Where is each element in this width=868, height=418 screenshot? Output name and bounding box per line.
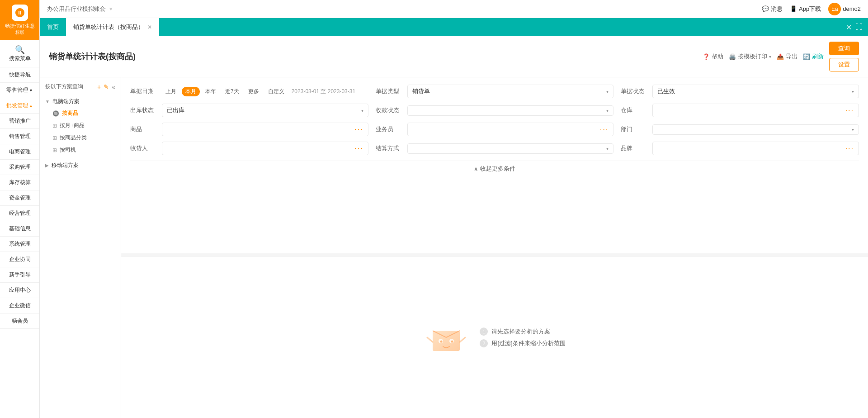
recv-status-control[interactable]: ▾ — [407, 105, 614, 116]
collapse-more-btn[interactable]: ∧ 收起更多条件 — [474, 165, 515, 173]
sidebar-operations[interactable]: 经营管理 — [0, 206, 39, 221]
print-btn[interactable]: 🖨️ 按模板打印 ▾ — [729, 52, 771, 61]
receiver-control[interactable]: ··· — [162, 142, 368, 155]
app-center-label: 应用中心 — [9, 286, 31, 294]
staff-label: 业务员 — [376, 125, 407, 133]
sidebar-inventory[interactable]: 库存核算 — [0, 175, 39, 190]
edit-scheme-btn[interactable]: ✎ — [104, 83, 109, 90]
inventory-label: 库存核算 — [9, 179, 31, 186]
filter-item-by-driver[interactable]: ⊞ 按司机 — [40, 144, 121, 156]
sidebar-search[interactable]: 🔍 搜索菜单 — [0, 40, 39, 67]
goods-control[interactable]: ··· — [162, 123, 368, 136]
doc-status-select[interactable]: 已生效 ▾ — [652, 85, 859, 98]
brand-control[interactable]: ··· — [652, 142, 859, 155]
svg-line-5 — [427, 337, 433, 342]
export-btn[interactable]: 📤 导出 — [777, 52, 797, 61]
sidebar-app-center[interactable]: 应用中心 — [0, 283, 39, 298]
sidebar-system[interactable]: 系统管理 — [0, 237, 39, 252]
settings-button[interactable]: 设置 — [829, 58, 859, 71]
recv-status-select[interactable]: ▾ — [407, 105, 614, 116]
filter-item-by-goods[interactable]: 🔘 按商品 — [40, 107, 121, 119]
sidebar-onboarding[interactable]: 新手引导 — [0, 267, 39, 283]
message-btn[interactable]: 💬 消息 — [762, 5, 783, 13]
warehouse-label: 仓库 — [621, 106, 652, 114]
tab-sales-stat[interactable]: 销货单统计计表（按商品） ✕ — [66, 18, 159, 36]
sidebar-purchase[interactable]: 采购管理 — [0, 160, 39, 175]
pc-group-arrow: ▼ — [45, 99, 50, 104]
add-scheme-btn[interactable]: + — [97, 83, 101, 90]
settle-control[interactable]: ▾ — [407, 143, 614, 154]
tab-expand-icon[interactable]: ⛶ — [855, 23, 863, 31]
tab-close-all-icon[interactable]: ✕ — [846, 23, 852, 32]
date-tab-this-year[interactable]: 本年 — [202, 87, 220, 96]
settle-select[interactable]: ▾ — [407, 143, 614, 154]
top-bar: 办公用品行业模拟账套 ▾ 💬 消息 📱 App下载 Ea demo2 — [40, 0, 868, 18]
app-logo: 畅捷信好生意 标版 — [0, 0, 40, 40]
refresh-icon: 🔄 — [803, 53, 810, 60]
user-profile[interactable]: Ea demo2 — [828, 3, 861, 15]
goods-select[interactable]: ··· — [162, 123, 368, 136]
date-tab-more[interactable]: 更多 — [245, 87, 263, 96]
goods-label: 商品 — [130, 125, 162, 133]
filter-group-mobile-header[interactable]: ▶ 移动端方案 — [40, 160, 121, 171]
sidebar-retail[interactable]: 零售管理 ▼ — [0, 83, 39, 98]
svg-line-6 — [460, 337, 465, 342]
main-filter: 单据日期 上月 本月 本年 近7天 更多 自定义 20 — [121, 77, 868, 253]
receiver-select[interactable]: ··· — [162, 142, 368, 155]
date-tab-this-month[interactable]: 本月 — [182, 87, 200, 96]
sidebar-sales-mgmt[interactable]: 销售管理 — [0, 129, 39, 144]
sidebar-member[interactable]: 畅会员 — [0, 314, 39, 329]
dept-select[interactable]: ▾ — [652, 124, 859, 135]
sidebar-finance[interactable]: 资金管理 — [0, 190, 39, 206]
sidebar-marketing[interactable]: 营销推广 — [0, 114, 39, 129]
date-tab-custom[interactable]: 自定义 — [264, 87, 288, 96]
grid-icon-2: ⊞ — [52, 135, 57, 141]
message-icon: 💬 — [762, 5, 769, 12]
collapse-sidebar-btn[interactable]: « — [112, 83, 115, 90]
sidebar-wechat[interactable]: 企业微信 — [0, 298, 39, 314]
doc-status-control[interactable]: 已生效 ▾ — [652, 85, 859, 98]
dept-label: 部门 — [621, 125, 652, 133]
page-content: 销货单统计计表(按商品) ❓ 帮助 🖨️ 按模板打印 ▾ 📤 导出 🔄 刷 — [40, 36, 868, 418]
app-download-icon: 📱 — [790, 5, 797, 12]
filter-item-by-driver-label: 按司机 — [60, 146, 76, 154]
sidebar-basic-info[interactable]: 基础信息 — [0, 221, 39, 237]
staff-control[interactable]: ··· — [407, 123, 614, 136]
top-bar-right: 💬 消息 📱 App下载 Ea demo2 — [762, 3, 861, 15]
filter-item-by-month-goods[interactable]: ⊞ 按月+商品 — [40, 119, 121, 132]
filter-group-pc-header[interactable]: ▼ 电脑端方案 — [40, 96, 121, 107]
staff-select[interactable]: ··· — [407, 123, 614, 136]
out-status-control[interactable]: 已出库 ▾ — [162, 104, 368, 117]
out-status-select[interactable]: 已出库 ▾ — [162, 104, 368, 117]
tip-num-2: 2 — [480, 339, 488, 347]
filter-item-by-category[interactable]: ⊞ 按商品分类 — [40, 132, 121, 144]
doc-status-label: 单据状态 — [621, 87, 652, 95]
date-tab-last-month[interactable]: 上月 — [162, 87, 180, 96]
query-button[interactable]: 查询 — [829, 42, 859, 55]
refresh-btn[interactable]: 🔄 刷新 — [803, 52, 824, 61]
sidebar-enterprise[interactable]: 企业协同 — [0, 252, 39, 267]
goods-dots: ··· — [354, 125, 363, 133]
brand-select[interactable]: ··· — [652, 142, 859, 155]
sidebar-wholesale[interactable]: 批发管理 ▲ — [0, 98, 39, 114]
tab-home-label: 首页 — [47, 23, 59, 31]
sidebar-quick-nav[interactable]: 快捷导航 — [0, 67, 39, 83]
warehouse-control[interactable]: ··· — [652, 104, 859, 117]
date-tab-7days[interactable]: 近7天 — [222, 87, 243, 96]
help-btn[interactable]: ❓ 帮助 — [703, 52, 723, 61]
filter-item-by-month-goods-label: 按月+商品 — [60, 122, 85, 129]
filter-col-receiver: 收货人 ··· — [130, 142, 368, 155]
content-body: 按以下方案查询 + ✎ « ▼ 电脑端方案 🔘 按商品 — [40, 77, 868, 418]
receiver-dots: ··· — [354, 144, 363, 152]
app-download-btn[interactable]: 📱 App下载 — [790, 5, 821, 13]
sidebar-ecommerce[interactable]: 电商管理 — [0, 144, 39, 160]
warehouse-select[interactable]: ··· — [652, 104, 859, 117]
wholesale-arrow: ▲ — [29, 104, 33, 108]
filter-sidebar: 按以下方案查询 + ✎ « ▼ 电脑端方案 🔘 按商品 — [40, 77, 121, 418]
doc-type-control[interactable]: 销货单 ▾ — [407, 85, 614, 98]
doc-type-select[interactable]: 销货单 ▾ — [407, 85, 614, 98]
tab-home[interactable]: 首页 — [40, 18, 66, 36]
onboarding-label: 新手引导 — [9, 271, 31, 279]
dept-control[interactable]: ▾ — [652, 124, 859, 135]
tab-close-icon[interactable]: ✕ — [147, 24, 152, 30]
